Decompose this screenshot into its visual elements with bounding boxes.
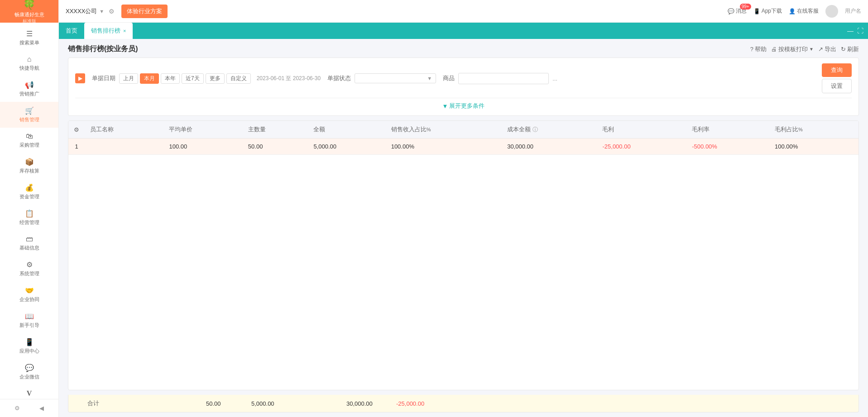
- sidebar-item-member[interactable]: V 畅会员: [0, 385, 58, 399]
- username: 用户名: [845, 7, 861, 15]
- search-order-icon: ☰: [26, 29, 33, 38]
- th-total-amount: 全额: [308, 121, 385, 139]
- more-fields-btn[interactable]: ...: [552, 75, 557, 82]
- trial-btn[interactable]: 体验行业方案: [121, 5, 168, 18]
- sidebar-collapse-icon[interactable]: ◀: [39, 405, 44, 412]
- doc-status-arrow-icon: ▼: [427, 76, 432, 81]
- refresh-icon: ↻: [841, 46, 846, 53]
- date-btn-last-month[interactable]: 上月: [119, 73, 138, 84]
- date-label: 单据日期: [92, 74, 115, 82]
- maximize-icon[interactable]: ⛶: [857, 27, 863, 34]
- sidebar-item-guide[interactable]: 📖 新手引导: [0, 307, 58, 333]
- enterprise-collab-icon: 🤝: [25, 286, 34, 295]
- help-btn[interactable]: ? 帮助: [750, 45, 767, 53]
- sidebar-item-enterprise-collab[interactable]: 🤝 企业协同: [0, 282, 58, 307]
- sidebar-item-sales[interactable]: 🛒 销售管理: [0, 102, 58, 128]
- template-print-label: 按模板打印: [778, 45, 808, 53]
- footer-total-amount: 5,000.00: [246, 400, 291, 407]
- doc-status-select[interactable]: ▼: [355, 73, 436, 83]
- sidebar-item-search-order[interactable]: ☰ 搜索菜单: [0, 25, 58, 51]
- th-emp-name: 员工名称: [85, 121, 163, 139]
- tab-home[interactable]: 首页: [59, 23, 84, 39]
- guide-icon: 📖: [25, 312, 34, 321]
- member-icon: V: [27, 389, 32, 398]
- company-selector[interactable]: XXXXX公司 ▼: [66, 7, 104, 15]
- sidebar-item-wechat[interactable]: 💬 企业微信: [0, 359, 58, 385]
- online-service-btn[interactable]: 👤 在线客服: [789, 7, 819, 15]
- finance-icon: 💰: [25, 183, 34, 192]
- doc-status-filter: 单据状态 ▼: [327, 73, 436, 83]
- sidebar-item-inventory[interactable]: 📦 库存核算: [0, 153, 58, 179]
- tab-home-label: 首页: [66, 27, 77, 35]
- date-btn-this-year[interactable]: 本年: [161, 73, 180, 84]
- company-dropdown-icon[interactable]: ▼: [99, 9, 104, 14]
- date-btn-7days[interactable]: 近7天: [182, 73, 204, 84]
- tab-sales-rank[interactable]: 销售排行榜 ×: [84, 23, 133, 39]
- date-btn-custom[interactable]: 自定义: [226, 73, 251, 84]
- tabs-right-controls: — ⛶: [847, 27, 868, 34]
- sidebar-item-operation[interactable]: 📋 经营管理: [0, 205, 58, 230]
- sidebar-item-system[interactable]: ⚙ 系统管理: [0, 256, 58, 282]
- topbar-settings-icon[interactable]: ⚙: [109, 8, 115, 15]
- td-cost-amount: 30,000.00: [502, 139, 597, 155]
- footer-avg-price: [146, 400, 201, 407]
- th-settings: ⚙: [68, 121, 85, 139]
- th-gross-rate: 毛利率: [686, 121, 769, 139]
- sidebar-item-marketing[interactable]: 📢 营销推广: [0, 76, 58, 102]
- sidebar-item-finance[interactable]: 💰 资金管理: [0, 179, 58, 205]
- page-actions: ? 帮助 🖨 按模板打印 ▼ ↗ 导出 ↻ 刷新: [750, 45, 859, 53]
- export-btn[interactable]: ↗ 导出: [818, 45, 836, 53]
- message-icon: 💬: [728, 8, 734, 14]
- td-gross-pct: 100.00%: [769, 139, 858, 155]
- goods-input[interactable]: [458, 73, 549, 84]
- td-gross: -25,000.00: [597, 139, 686, 155]
- query-settings-group: 查询 设置: [822, 63, 852, 93]
- message-badge: 99+: [740, 4, 751, 10]
- sidebar-bottom: ⚙ ◀: [0, 399, 58, 417]
- footer-main-qty: 50.00: [201, 400, 246, 407]
- sidebar-item-label: 经营管理: [19, 219, 39, 226]
- sidebar-item-purchase[interactable]: 🛍 采购管理: [0, 128, 58, 153]
- marketing-icon: 📢: [25, 81, 34, 89]
- goods-filter: 商品 ...: [443, 73, 557, 84]
- sales-icon: 🛒: [25, 106, 34, 115]
- table-area: ⚙ 员工名称 平均单价 主数量 全额 销售收入占比% 成本全额 ⓘ 毛利 毛利率…: [68, 120, 859, 390]
- refresh-btn[interactable]: ↻ 刷新: [841, 45, 859, 53]
- template-print-btn[interactable]: 🖨 按模板打印 ▼: [771, 45, 814, 53]
- doc-status-label: 单据状态: [327, 74, 351, 82]
- app-download-btn[interactable]: 📱 App下载: [753, 7, 782, 15]
- company-name[interactable]: XXXXX公司: [66, 7, 97, 15]
- tab-close-icon[interactable]: ×: [123, 28, 126, 34]
- export-label: 导出: [825, 45, 836, 53]
- main-content: 销售排行榜(按业务员) ? 帮助 🖨 按模板打印 ▼ ↗ 导出 ↻ 刷新: [59, 39, 868, 417]
- date-btn-this-month[interactable]: 本月: [140, 73, 159, 84]
- goods-label: 商品: [443, 74, 455, 82]
- avatar[interactable]: [825, 5, 838, 18]
- filter-toggle-btn[interactable]: ▶: [75, 73, 85, 83]
- topbar: XXXXX公司 ▼ ⚙ 体验行业方案 💬 消息 99+ 📱 App下载 👤 在线…: [59, 0, 868, 23]
- filter-bar: ▶ 单据日期 上月 本月 本年 近7天 更多 自定义 2023-06-01 至 …: [68, 58, 859, 116]
- sidebar-item-app-center[interactable]: 📱 应用中心: [0, 333, 58, 359]
- purchase-icon: 🛍: [26, 132, 33, 140]
- th-avg-price: 平均单价: [163, 121, 242, 139]
- query-btn[interactable]: 查询: [822, 63, 852, 77]
- export-icon: ↗: [818, 46, 823, 53]
- th-cost-amount: 成本全额 ⓘ: [502, 121, 597, 139]
- td-main-qty: 50.00: [243, 139, 308, 155]
- td-emp-name: [85, 139, 163, 155]
- sidebar-item-quick-nav[interactable]: ⌂ 快捷导航: [0, 51, 58, 76]
- settings-btn[interactable]: 设置: [822, 79, 852, 93]
- message-btn[interactable]: 💬 消息 99+: [728, 7, 747, 15]
- wechat-icon: 💬: [25, 364, 34, 372]
- print-dropdown-icon: ▼: [809, 47, 814, 52]
- minimize-icon[interactable]: —: [847, 27, 854, 34]
- sidebar-settings-icon[interactable]: ⚙: [14, 405, 20, 412]
- sidebar-item-basic-info[interactable]: 🗃 基础信息: [0, 230, 58, 256]
- sales-rank-table: ⚙ 员工名称 平均单价 主数量 全额 销售收入占比% 成本全额 ⓘ 毛利 毛利率…: [68, 121, 858, 155]
- date-btn-more[interactable]: 更多: [206, 73, 225, 84]
- sidebar-item-label: 销售管理: [19, 116, 39, 123]
- table-header-row: ⚙ 员工名称 平均单价 主数量 全额 销售收入占比% 成本全额 ⓘ 毛利 毛利率…: [68, 121, 858, 139]
- expand-conditions-btn[interactable]: ▼ 展开更多条件: [442, 102, 485, 110]
- sidebar: 🍀 畅康通好生意 标准版 ☰ 搜索菜单 ⌂ 快捷导航 📢 营销推广 🛒 销售管理…: [0, 0, 59, 417]
- sidebar-item-label: 新手引导: [19, 322, 39, 329]
